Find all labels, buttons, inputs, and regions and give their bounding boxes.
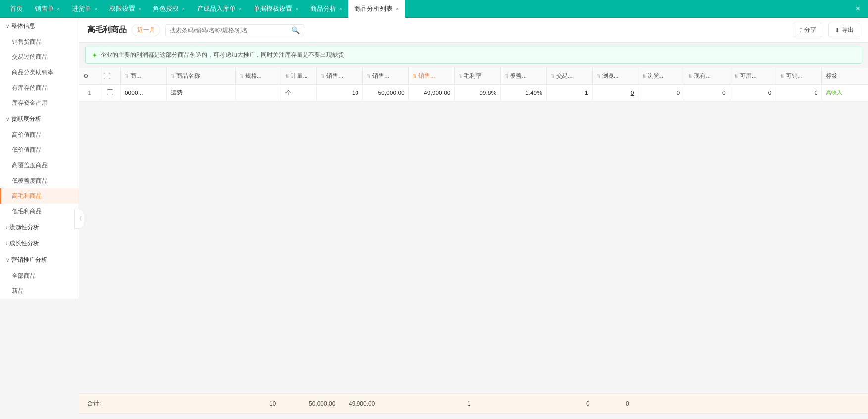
nav-purchase-order[interactable]: 进货单 × [66,0,103,18]
row-checkbox[interactable] [107,89,113,95]
search-input[interactable] [170,27,291,34]
close-product-analysis-list[interactable]: × [396,6,399,12]
sidebar-item-low-value[interactable]: 低价值商品 [0,142,79,158]
tip-bar: ✦ 企业的主要的利润都是这部分商品创造的，可考虑加大推广，同时关注库存量是不要出… [85,47,862,64]
sidebar-item-low-gross[interactable]: 低毛利商品 [0,204,79,219]
table-header-row: ⚙ ⇅ 商... ⇅ [79,68,868,85]
col-header-check[interactable] [100,68,121,85]
sidebar-item-traded[interactable]: 交易过的商品 [0,49,79,65]
sidebar-item-high-value[interactable]: 高价值商品 [0,127,79,142]
close-product-warehouse[interactable]: × [239,6,242,12]
row-sale-amt2: 49,900.00 [408,85,455,101]
data-table: ⚙ ⇅ 商... ⇅ [79,68,868,101]
nav-permissions[interactable]: 权限设置 × [103,0,147,18]
close-purchase-order[interactable]: × [94,6,97,12]
sidebar-item-high-gross[interactable]: 高毛利商品 [0,188,79,204]
sidebar-group-growth[interactable]: › 成长性分析 [0,235,79,252]
header-actions: ⤴ 分享 ⬇ 导出 [793,23,860,37]
sort-icon-sale-amt: ⇅ [367,74,371,79]
col-header-sale-amt[interactable]: ⇅ 销售... [363,68,409,85]
nav-product-analysis-list[interactable]: 商品分析列表 × [348,0,405,18]
footer-available: 0 [622,400,662,407]
row-browse1[interactable]: 0 [592,85,638,101]
footer-sale-amt: 50,000.00 [305,400,345,407]
sort-icon-spec: ⇅ [240,74,244,79]
nav-product-warehouse[interactable]: 产成品入库单 × [191,0,248,18]
col-header-sale-qty[interactable]: ⇅ 销售... [317,68,363,85]
close-template-settings[interactable]: × [295,6,298,12]
nav-role-auth[interactable]: 角色授权 × [147,0,191,18]
col-header-saleable[interactable]: ⇅ 可销... [776,68,822,85]
col-header-browse2[interactable]: ⇅ 浏览... [638,68,684,85]
sidebar-group-marketing[interactable]: ∨ 营销推广分析 [0,252,79,268]
scrollbar-area[interactable] [79,413,868,419]
sidebar: ∨ 整体信息 销售货商品 交易过的商品 商品分类助销率 有库存的商品 库存资金占… [0,18,79,299]
sidebar-item-high-coverage[interactable]: 高覆盖度商品 [0,158,79,173]
sidebar-wrapper: ∨ 整体信息 销售货商品 交易过的商品 商品分类助销率 有库存的商品 库存资金占… [0,18,79,419]
sidebar-item-all-products[interactable]: 全部商品 [0,268,79,283]
sidebar-collapse-btn[interactable]: 《 [74,209,84,229]
close-sales-order[interactable]: × [57,6,60,12]
nav-product-analysis[interactable]: 商品分析 × [305,0,348,18]
nav-sales-order[interactable]: 销售单 × [29,0,66,18]
close-role-auth[interactable]: × [182,6,185,12]
col-header-gross-rate[interactable]: ⇅ 毛利率 [455,68,501,85]
col-header-unit[interactable]: ⇅ 计量... [281,68,317,85]
col-header-browse1[interactable]: ⇅ 浏览... [592,68,638,85]
col-header-tag: 标签 [822,68,868,85]
nav-home[interactable]: 首页 [4,0,29,18]
col-header-available[interactable]: ⇅ 可用... [730,68,776,85]
sidebar-item-low-coverage[interactable]: 低覆盖度商品 [0,173,79,188]
row-sale-amt: 50,000.00 [363,85,409,101]
row-checkbox-cell[interactable] [100,85,121,101]
row-browse2: 0 [638,85,684,101]
select-all-checkbox[interactable] [104,73,110,79]
sidebar-group-overall[interactable]: ∨ 整体信息 [0,18,79,34]
row-name: 运费 [166,85,235,101]
close-all-tabs[interactable]: × [852,4,864,13]
footer-label: 合计: [87,399,117,408]
arrow-marketing: ∨ [6,257,9,263]
share-btn[interactable]: ⤴ 分享 [793,23,822,37]
footer-sale-amt2: 49,900.00 [345,400,384,407]
col-header-name[interactable]: ⇅ 商品名称 [166,68,235,85]
tip-icon: ✦ [92,51,98,59]
col-header-spec[interactable]: ⇅ 规格... [235,68,281,85]
filter-month-btn[interactable]: 近一月 [132,24,160,36]
export-btn[interactable]: ⬇ 导出 [828,23,860,37]
col-header-coverage[interactable]: ⇅ 覆盖... [501,68,547,85]
row-available: 0 [730,85,776,101]
row-coverage: 1.49% [501,85,547,101]
search-box: 🔍 [165,24,304,36]
sidebar-item-new-products[interactable]: 新品 [0,283,79,299]
close-permissions[interactable]: × [138,6,141,12]
export-icon: ⬇ [835,27,840,34]
search-icon[interactable]: 🔍 [291,26,300,34]
table-row: 1 0000... 运费 [79,85,868,101]
nav-template-settings[interactable]: 单据模板设置 × [248,0,304,18]
col-header-settings[interactable]: ⚙ [79,68,100,85]
row-sale-qty: 10 [317,85,363,101]
row-current: 0 [684,85,730,101]
top-nav: 首页 销售单 × 进货单 × 权限设置 × 角色授权 × 产成品入库单 × 单据… [0,0,868,18]
sidebar-group-trend[interactable]: › 流趋性分析 [0,219,79,235]
close-product-analysis[interactable]: × [339,6,342,12]
sort-icon-sale-amt2: ⇅ [413,74,417,79]
sidebar-item-in-stock[interactable]: 有库存的商品 [0,80,79,95]
col-header-code[interactable]: ⇅ 商... [120,68,166,85]
sidebar-item-category-rate[interactable]: 商品分类助销率 [0,65,79,80]
col-header-trade[interactable]: ⇅ 交易... [546,68,592,85]
table-container[interactable]: ⚙ ⇅ 商... ⇅ [79,68,868,393]
row-unit: 个 [281,85,317,101]
sidebar-group-contribution[interactable]: ∨ 贡献度分析 [0,111,79,127]
arrow-contribution: ∨ [6,116,9,122]
col-header-current[interactable]: ⇅ 现有... [684,68,730,85]
arrow-trend: › [6,225,7,230]
sidebar-item-top-sales[interactable]: 销售货商品 [0,34,79,49]
col-header-sale-amt2[interactable]: ⇅ 销售... [408,68,455,85]
row-saleable: 0 [776,85,822,101]
page-title: 高毛利商品 [87,25,127,35]
sidebar-item-stock-capital[interactable]: 库存资金占用 [0,95,79,111]
sort-icon-gross-rate: ⇅ [459,74,462,79]
settings-icon[interactable]: ⚙ [83,73,89,80]
